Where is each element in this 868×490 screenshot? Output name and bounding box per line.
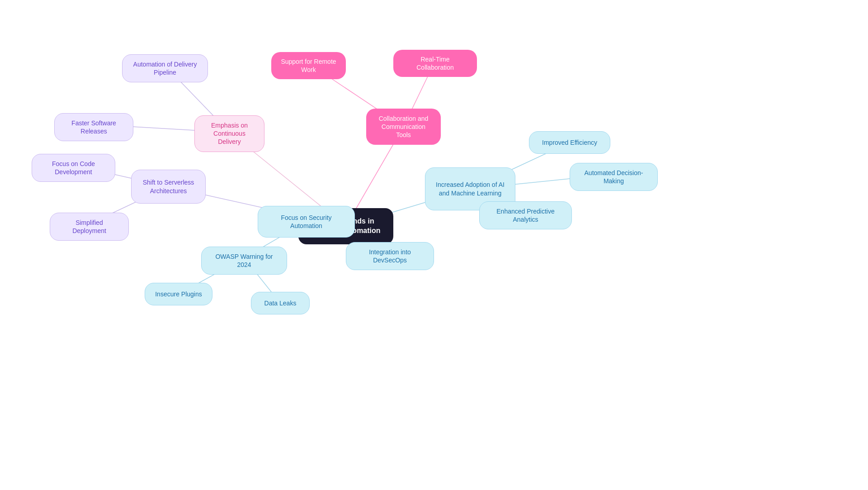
node-faster-releases: Faster Software Releases xyxy=(54,113,133,141)
node-insecure: Insecure Plugins xyxy=(145,283,212,305)
node-support-remote: Support for Remote Work xyxy=(271,52,346,79)
node-simplified: Simplified Deployment xyxy=(50,213,129,241)
node-collab-tools: Collaboration and Communication Tools xyxy=(366,109,441,145)
node-realtime-collab: Real-Time Collaboration xyxy=(393,50,477,77)
node-predictive: Enhanced Predictive Analytics xyxy=(479,201,572,229)
node-focus-code: Focus on Code Development xyxy=(32,154,115,182)
node-automation-pipeline: Automation of Delivery Pipeline xyxy=(122,54,208,82)
node-owasp: OWASP Warning for 2024 xyxy=(201,247,287,275)
node-integration-devsecops: Integration into DevSecOps xyxy=(346,242,434,270)
node-data-leaks: Data Leaks xyxy=(251,292,310,314)
mindmap-container: Future Trends in DevOps Automation Empha… xyxy=(0,0,868,490)
node-serverless: Shift to Serverless Architectures xyxy=(131,170,206,204)
node-security-auto: Focus on Security Automation xyxy=(258,206,355,238)
node-improved-eff: Improved Efficiency xyxy=(529,131,610,154)
node-emphasis: Emphasis on Continuous Delivery xyxy=(194,115,264,152)
node-auto-decision: Automated Decision-Making xyxy=(570,163,658,191)
